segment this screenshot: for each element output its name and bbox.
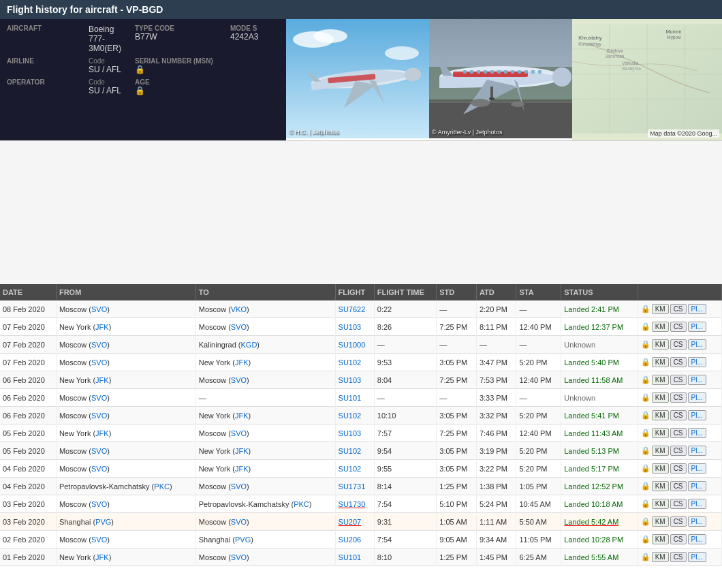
to-code-link[interactable]: JFK — [235, 447, 249, 455]
photo-2[interactable]: © Amyritter-Lv | Jetphotos — [429, 19, 572, 138]
flight-link[interactable]: SU206 — [339, 536, 362, 544]
kml-button[interactable]: KM — [652, 428, 669, 438]
svg-rect-21 — [497, 70, 501, 74]
csv-button[interactable]: CS — [670, 304, 687, 314]
csv-button[interactable]: CS — [670, 392, 687, 403]
flight-link[interactable]: SU101 — [339, 394, 362, 402]
csv-button[interactable]: CS — [670, 534, 687, 544]
map-credit: Map data ©2020 Goog... — [648, 129, 719, 138]
play-button[interactable]: Pl... — [688, 322, 706, 332]
play-button[interactable]: Pl... — [688, 304, 706, 314]
to-code-link[interactable]: JFK — [235, 412, 249, 420]
flight-link[interactable]: SU1000 — [339, 341, 366, 349]
kml-button[interactable]: KM — [652, 357, 669, 367]
svg-rect-17 — [470, 70, 473, 74]
from-code-link[interactable]: SVO — [91, 536, 107, 544]
to-code-link[interactable]: SVO — [231, 323, 247, 331]
to-code-link[interactable]: KGD — [241, 341, 257, 349]
to-code-link[interactable]: JFK — [235, 358, 249, 367]
play-button[interactable]: Pl... — [688, 481, 706, 491]
kml-button[interactable]: KM — [652, 499, 669, 509]
cell-flight-time: 8:14 — [374, 478, 437, 495]
from-code-link[interactable]: PVG — [95, 518, 111, 526]
to-code-link[interactable]: PKC — [294, 500, 309, 508]
play-button[interactable]: Pl... — [688, 339, 706, 350]
col-atd: ATD — [476, 284, 516, 300]
play-button[interactable]: Pl... — [688, 428, 706, 438]
from-code-link[interactable]: SVO — [91, 394, 107, 402]
play-button[interactable]: Pl... — [688, 516, 706, 527]
flight-link[interactable]: SU102 — [339, 412, 362, 420]
csv-button[interactable]: CS — [670, 322, 687, 332]
from-code-link[interactable]: JFK — [95, 429, 109, 437]
kml-button[interactable]: KM — [652, 516, 669, 527]
flight-link[interactable]: SU103 — [339, 323, 362, 331]
flight-link[interactable]: SU102 — [339, 447, 362, 455]
from-code-link[interactable]: SVO — [91, 447, 107, 455]
csv-button[interactable]: CS — [670, 446, 687, 456]
from-code-link[interactable]: SVO — [91, 412, 107, 420]
to-code-link[interactable]: SVO — [231, 429, 247, 437]
lock-icon: 🔒 — [641, 358, 650, 367]
to-code-link[interactable]: VKO — [231, 305, 247, 313]
csv-button[interactable]: CS — [670, 357, 687, 367]
kml-button[interactable]: KM — [652, 322, 669, 332]
kml-button[interactable]: KM — [652, 481, 669, 491]
csv-button[interactable]: CS — [670, 410, 687, 420]
flight-link[interactable]: SU103 — [339, 429, 362, 437]
from-code-link[interactable]: SVO — [91, 465, 107, 473]
to-code-link[interactable]: SVO — [231, 518, 247, 526]
to-code-link[interactable]: SVO — [231, 553, 247, 561]
kml-button[interactable]: KM — [652, 446, 669, 456]
play-button[interactable]: Pl... — [688, 499, 706, 509]
flight-link[interactable]: SU102 — [339, 358, 362, 367]
cell-sta: 5:20 PM — [516, 354, 561, 371]
csv-button[interactable]: CS — [670, 516, 687, 527]
from-code-link[interactable]: SVO — [91, 341, 107, 349]
photo-1[interactable]: © H.C. | Jetphotos — [286, 19, 429, 138]
to-code-link[interactable]: JFK — [235, 465, 249, 473]
csv-button[interactable]: CS — [670, 463, 687, 474]
from-code-link[interactable]: JFK — [95, 553, 109, 561]
csv-button[interactable]: CS — [670, 552, 687, 562]
flight-link[interactable]: SU103 — [339, 376, 362, 384]
from-code-link[interactable]: JFK — [95, 376, 109, 384]
play-button[interactable]: Pl... — [688, 375, 706, 385]
flight-link[interactable]: SU1731 — [339, 482, 366, 491]
play-button[interactable]: Pl... — [688, 410, 706, 420]
csv-button[interactable]: CS — [670, 428, 687, 438]
aircraft-info-panel: AIRCRAFT Boeing 777-3M0(ER) TYPE CODE B7… — [0, 19, 286, 140]
from-code-link[interactable]: SVO — [91, 358, 107, 367]
flight-link[interactable]: SU207 — [339, 518, 362, 526]
kml-button[interactable]: KM — [652, 463, 669, 474]
from-code-link[interactable]: PKC — [154, 482, 170, 491]
from-code-link[interactable]: SVO — [91, 305, 107, 313]
csv-button[interactable]: CS — [670, 339, 687, 350]
csv-button[interactable]: CS — [670, 499, 687, 509]
from-code-link[interactable]: SVO — [91, 500, 107, 508]
play-button[interactable]: Pl... — [688, 463, 706, 474]
to-code-link[interactable]: PVG — [235, 536, 251, 544]
csv-button[interactable]: CS — [670, 375, 687, 385]
flight-link[interactable]: SU101 — [339, 553, 362, 561]
lock-icon: 🔒 — [641, 482, 650, 491]
kml-button[interactable]: KM — [652, 392, 669, 403]
play-button[interactable]: Pl... — [688, 392, 706, 403]
flight-link[interactable]: SU1730 — [339, 500, 366, 508]
flight-link[interactable]: SU102 — [339, 465, 362, 473]
csv-button[interactable]: CS — [670, 481, 687, 491]
kml-button[interactable]: KM — [652, 534, 669, 544]
to-code-link[interactable]: SVO — [231, 376, 247, 384]
kml-button[interactable]: KM — [652, 339, 669, 350]
kml-button[interactable]: KM — [652, 410, 669, 420]
play-button[interactable]: Pl... — [688, 534, 706, 544]
from-code-link[interactable]: JFK — [95, 323, 109, 331]
to-code-link[interactable]: SVO — [231, 482, 247, 491]
play-button[interactable]: Pl... — [688, 446, 706, 456]
play-button[interactable]: Pl... — [688, 552, 706, 562]
play-button[interactable]: Pl... — [688, 357, 706, 367]
flight-link[interactable]: SU7622 — [339, 305, 366, 313]
kml-button[interactable]: KM — [652, 375, 669, 385]
kml-button[interactable]: KM — [652, 552, 669, 562]
kml-button[interactable]: KM — [652, 304, 669, 314]
